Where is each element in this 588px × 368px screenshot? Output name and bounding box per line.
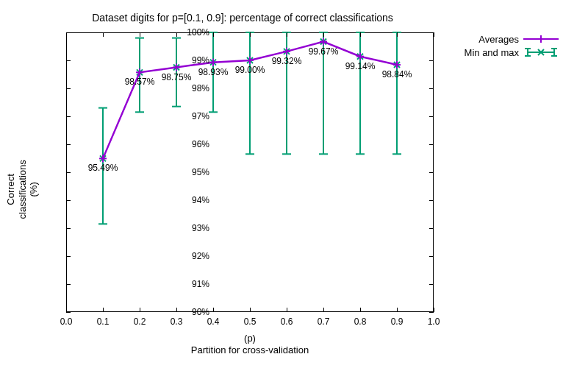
data-label: 99.32% — [272, 56, 302, 66]
x-tick-label: 0.2 — [125, 316, 154, 327]
data-label: 99.67% — [309, 46, 339, 57]
x-tick-label: 0.8 — [345, 316, 375, 327]
x-tick-label: 0.1 — [88, 316, 118, 327]
y-tick-label: 100% — [165, 27, 209, 38]
data-label: 99.14% — [345, 61, 376, 71]
x-axis-label-line1: (p) — [244, 333, 256, 344]
legend-sample-minmax — [523, 47, 559, 57]
y-tick-label: 90% — [165, 307, 209, 317]
x-tick-label: 0.6 — [272, 316, 301, 327]
legend-row-averages: Averages — [465, 32, 559, 46]
x-tick-label: 0.4 — [198, 316, 228, 327]
y-tick-label: 91% — [165, 279, 209, 289]
legend-label-averages: Averages — [478, 34, 523, 45]
legend-label-minmax: Min and max — [465, 47, 523, 58]
x-axis-label: (p) Partition for cross-validation — [66, 333, 434, 357]
chart-title: Dataset digits for p=[0.1, 0.9]: percent… — [51, 12, 434, 24]
data-label: 98.93% — [198, 67, 229, 77]
legend: Averages Min and max — [465, 32, 559, 59]
x-tick-label: 0.7 — [309, 316, 338, 327]
y-axis-label-line1: Correct classifications — [5, 160, 28, 219]
y-tick-label: 94% — [165, 195, 209, 205]
legend-sample-averages — [523, 34, 559, 44]
x-axis-label-line2: Partition for cross-validation — [191, 344, 309, 355]
y-tick-label: 92% — [165, 251, 209, 261]
x-tick-label: 0.3 — [162, 316, 191, 327]
y-tick-label: 95% — [165, 167, 209, 177]
y-axis-label: Correct classifications (%) — [5, 160, 40, 219]
y-tick-label: 96% — [165, 139, 209, 149]
y-tick-label: 97% — [165, 111, 209, 121]
x-tick-label: 0.9 — [382, 316, 412, 327]
chart-container: Dataset digits for p=[0.1, 0.9]: percent… — [0, 0, 588, 368]
y-tick-label: 99% — [165, 55, 209, 66]
data-label: 98.57% — [125, 77, 155, 87]
data-label: 98.75% — [162, 72, 192, 82]
data-label: 99.00% — [235, 65, 265, 75]
y-tick-label: 93% — [165, 223, 209, 233]
x-tick-label: 0.0 — [51, 316, 81, 327]
data-label: 98.84% — [382, 69, 412, 79]
x-tick-label: 0.5 — [235, 316, 265, 327]
y-axis-label-line2: (%) — [28, 182, 39, 197]
x-tick-label: 1.0 — [419, 316, 448, 327]
legend-row-minmax: Min and max — [465, 46, 559, 59]
y-tick-label: 98% — [165, 83, 209, 93]
data-label: 95.49% — [88, 163, 118, 173]
